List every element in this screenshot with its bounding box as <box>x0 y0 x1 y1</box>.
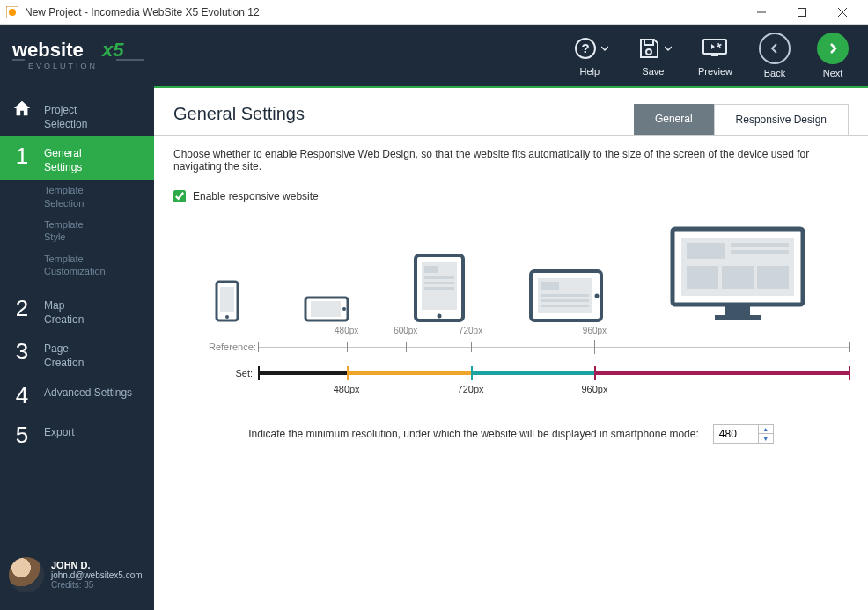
enable-responsive-row[interactable]: Enable responsive website <box>173 190 849 202</box>
enable-responsive-label: Enable responsive website <box>193 190 319 202</box>
user-name: JOHN D. <box>51 560 143 570</box>
svg-point-14 <box>646 49 651 55</box>
topbar: ? Help Save Preview Back <box>154 25 868 88</box>
sub-template-selection[interactable]: Template Selection <box>44 180 154 214</box>
nav: Project Selection 1 General Settings Tem… <box>0 93 154 547</box>
step-label: Map Creation <box>44 294 84 327</box>
tab-responsive[interactable]: Responsive Design <box>714 104 849 135</box>
nav-step-2[interactable]: 2 Map Creation <box>0 289 154 332</box>
sub-template-customization[interactable]: Template Customization <box>44 248 154 283</box>
svg-rect-45 <box>722 266 754 289</box>
desktop-icon <box>667 225 808 322</box>
set-bp-720: 720px <box>458 384 484 394</box>
svg-rect-22 <box>311 301 341 317</box>
tablet-portrait-icon <box>414 254 465 322</box>
tab-general[interactable]: General <box>634 104 714 135</box>
svg-rect-42 <box>731 243 789 247</box>
svg-rect-27 <box>424 276 454 279</box>
minimize-button[interactable] <box>741 0 782 25</box>
svg-text:EVOLUTION: EVOLUTION <box>28 62 98 70</box>
enable-responsive-checkbox[interactable] <box>173 190 186 202</box>
svg-rect-19 <box>220 287 234 312</box>
close-button[interactable] <box>822 0 863 25</box>
svg-rect-29 <box>424 287 454 290</box>
next-label: Next <box>823 68 843 78</box>
back-icon <box>759 33 791 64</box>
reference-track: 480px 600px 720px 960px <box>258 338 849 356</box>
preview-label: Preview <box>698 66 732 77</box>
min-res-spinner[interactable]: ▲ ▼ <box>713 424 774 444</box>
nav-home-label: Project Selection <box>44 99 87 131</box>
svg-rect-33 <box>541 282 559 290</box>
set-bp-480: 480px <box>334 384 360 394</box>
svg-rect-43 <box>731 250 789 254</box>
svg-rect-41 <box>687 243 725 259</box>
svg-rect-26 <box>424 266 438 273</box>
page-title: General Settings <box>173 104 634 135</box>
step-label: Page Creation <box>44 337 84 370</box>
step-label: Export <box>44 421 75 440</box>
set-track[interactable]: 480px 720px 960px <box>258 364 849 382</box>
sub-template-style[interactable]: Template Style <box>44 214 154 248</box>
min-res-input[interactable] <box>714 426 758 442</box>
step-label: Advanced Settings <box>44 381 132 401</box>
svg-rect-13 <box>644 40 653 45</box>
svg-rect-34 <box>541 294 589 297</box>
window-title: New Project - Incomedia WebSite X5 Evolu… <box>25 6 260 18</box>
svg-rect-38 <box>725 306 750 315</box>
sidebar: website x5 EVOLUTION Project Selection 1… <box>0 25 154 610</box>
ref-tick-600: 600px <box>394 326 417 335</box>
save-button[interactable]: Save <box>635 34 672 77</box>
save-label: Save <box>642 66 664 77</box>
step-number: 1 <box>9 142 35 172</box>
device-illustration <box>173 218 849 338</box>
svg-point-24 <box>437 314 441 319</box>
back-button[interactable]: Back <box>759 33 791 78</box>
step-label: General Settings <box>44 142 82 174</box>
chevron-down-icon <box>665 43 672 54</box>
save-icon <box>635 34 663 62</box>
tablet-landscape-icon <box>529 269 603 322</box>
svg-rect-16 <box>711 54 718 56</box>
reference-label: Reference: <box>209 342 258 352</box>
nav-step-1-subs: Template Selection Template Style Templa… <box>0 180 154 289</box>
svg-rect-36 <box>541 305 589 307</box>
nav-step-4[interactable]: 4 Advanced Settings <box>0 376 154 416</box>
set-label: Set: <box>209 368 258 378</box>
titlebar: New Project - Incomedia WebSite X5 Evolu… <box>0 0 868 25</box>
next-icon <box>817 33 849 64</box>
ref-tick-720: 720px <box>459 326 482 335</box>
svg-point-31 <box>594 294 599 298</box>
svg-rect-28 <box>424 282 454 284</box>
spin-up-icon[interactable]: ▲ <box>759 425 773 434</box>
nav-step-5[interactable]: 5 Export <box>0 415 154 456</box>
min-res-label: Indicate the minimum resolution, under w… <box>248 428 699 440</box>
phone-portrait-icon <box>215 280 239 322</box>
nav-step-3[interactable]: 3 Page Creation <box>0 332 154 375</box>
spin-down-icon[interactable]: ▼ <box>759 434 773 443</box>
svg-point-21 <box>342 307 346 311</box>
preview-button[interactable]: Preview <box>698 34 732 77</box>
step-number: 4 <box>9 381 35 411</box>
nav-home[interactable]: Project Selection <box>0 93 154 136</box>
svg-rect-46 <box>757 266 789 289</box>
maximize-button[interactable] <box>782 0 822 25</box>
svg-rect-44 <box>687 266 718 289</box>
nav-step-1[interactable]: 1 General Settings <box>0 136 154 180</box>
help-button[interactable]: ? Help <box>571 34 608 77</box>
back-label: Back <box>764 68 785 78</box>
svg-point-1 <box>9 9 16 16</box>
content: Choose whether to enable Responsive Web … <box>154 135 868 463</box>
next-button[interactable]: Next <box>817 33 849 78</box>
svg-rect-35 <box>541 299 589 302</box>
avatar[interactable] <box>9 557 44 592</box>
home-icon <box>9 99 35 123</box>
chevron-down-icon <box>601 43 608 54</box>
svg-text:?: ? <box>581 40 589 55</box>
help-label: Help <box>580 66 600 77</box>
ref-tick-480: 480px <box>335 326 358 335</box>
phone-landscape-icon <box>304 296 349 322</box>
svg-rect-3 <box>798 8 806 16</box>
user-email: john.d@websitex5.com <box>51 570 143 580</box>
step-number: 2 <box>9 294 35 324</box>
